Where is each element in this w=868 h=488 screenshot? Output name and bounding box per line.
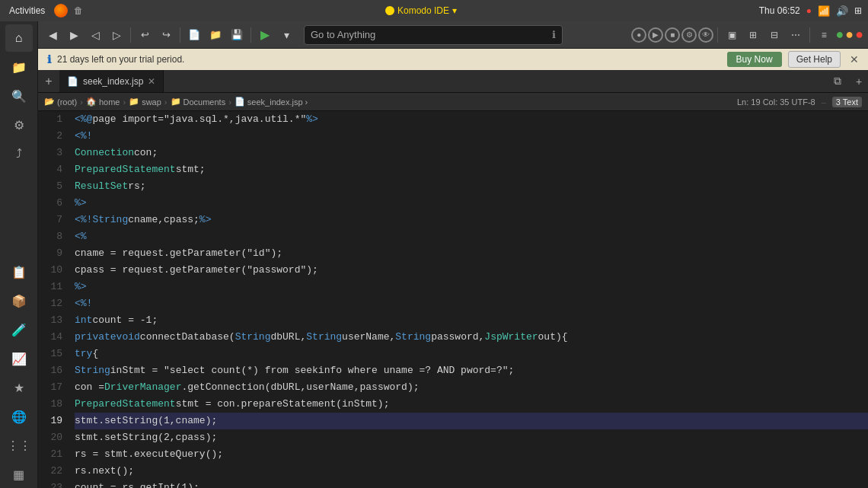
code-line-19[interactable]: stmt.setString(1,cname);	[75, 413, 868, 429]
code-line-10[interactable]: cpass = request.getParameter("password")…	[75, 262, 868, 279]
close-button[interactable]: ●	[855, 27, 863, 43]
code-line-11[interactable]: %>	[75, 279, 868, 295]
code-line-23[interactable]: count = rs.getInt(1);	[75, 480, 868, 488]
breadcrumb-documents[interactable]: 📁 Documents	[171, 97, 226, 107]
nav-forward-button[interactable]: ▶	[64, 26, 84, 44]
line-number-5: 5	[38, 178, 62, 195]
play-circle-button[interactable]: ▶	[648, 27, 663, 43]
code-line-17[interactable]: con = DriverManager.getConnection(dbURL,…	[75, 379, 868, 396]
breadcrumb-file-icon: 📄	[235, 97, 245, 107]
code-line-18[interactable]: PreparedStatement stmt = con.prepareStat…	[75, 396, 868, 413]
activity-grid-icon[interactable]: ⋮⋮	[5, 432, 33, 459]
activities-button[interactable]: Activities	[6, 4, 48, 18]
code-line-9[interactable]: cname = request.getParameter("id");	[75, 245, 868, 262]
system-bar-left: Activities 🗑	[6, 4, 83, 18]
nav-back-button[interactable]: ◀	[43, 26, 62, 44]
run-button[interactable]: ▶	[255, 26, 275, 44]
code-line-20[interactable]: stmt.setString(2,cpass);	[75, 429, 868, 446]
activity-doc-icon[interactable]: 📋	[5, 258, 33, 285]
toolbar-separator-4	[717, 27, 718, 43]
code-line-8[interactable]: <%	[75, 228, 868, 245]
record-button[interactable]: ●	[631, 27, 646, 43]
layout-triple-button[interactable]: ⊟	[764, 26, 784, 44]
code-line-6[interactable]: %>	[75, 195, 868, 212]
wifi-icon: 📶	[818, 5, 830, 17]
get-help-button[interactable]: Get Help	[788, 51, 841, 68]
firefox-icon[interactable]	[54, 4, 68, 18]
activity-share-icon[interactable]: ⤴	[5, 140, 33, 167]
nav-prev-button[interactable]: ◁	[85, 26, 105, 44]
line-number-17: 17	[38, 379, 62, 396]
activity-chart-icon[interactable]: 📈	[5, 345, 33, 372]
ide-main: ◀ ▶ ◁ ▷ ↩ ↪ 📄 📁 💾 ▶ ▾ Go to Anything ℹ ●…	[38, 21, 868, 488]
code-line-5[interactable]: ResultSet rs;	[75, 178, 868, 195]
activity-gear-icon[interactable]: ⚙	[5, 111, 33, 139]
activity-terminal-icon[interactable]: ▦	[5, 461, 33, 488]
gear-circle-button[interactable]: ⚙	[681, 27, 697, 43]
trial-close-icon[interactable]: ✕	[850, 53, 859, 65]
activity-globe-icon[interactable]: 🌐	[5, 403, 33, 430]
code-line-2[interactable]: <%!	[75, 128, 868, 145]
layout-more-button[interactable]: ⋯	[786, 26, 806, 44]
code-line-13[interactable]: int count = -1;	[75, 312, 868, 329]
tab-seek-index[interactable]: 📄 seek_index.jsp ✕	[59, 70, 164, 92]
code-line-7[interactable]: <%! String cname,cpass; %>	[75, 212, 868, 228]
code-line-14[interactable]: private void connectDatabase(String dbUR…	[75, 329, 868, 346]
activity-home-icon[interactable]: ⌂	[5, 24, 33, 52]
minimize-button[interactable]: ●	[835, 27, 844, 43]
breadcrumb-root-icon: 📂	[44, 97, 55, 107]
stop-circle-button[interactable]: ■	[665, 27, 680, 43]
code-line-22[interactable]: rs.next();	[75, 463, 868, 480]
line-numbers: 1234567891011121314151617181920212223242…	[38, 111, 69, 488]
toolbar-separator-1	[130, 27, 131, 43]
breadcrumb-file[interactable]: 📄 seek_index.jsp ›	[235, 97, 308, 107]
eye-circle-button[interactable]: 👁	[698, 27, 713, 43]
code-line-1[interactable]: <%@ page import="java.sql.*,java.util.*"…	[75, 111, 868, 128]
activity-package-icon[interactable]: 📦	[5, 287, 33, 314]
activity-folder-icon[interactable]: 📁	[5, 53, 33, 81]
layout-single-button[interactable]: ▣	[722, 26, 742, 44]
code-line-15[interactable]: try{	[75, 346, 868, 362]
new-tab-button[interactable]: +	[38, 70, 59, 92]
tab-add-right-button[interactable]: +	[850, 72, 868, 91]
line-number-19: 19	[38, 413, 62, 429]
code-line-4[interactable]: PreparedStatement stmt;	[75, 161, 868, 178]
goto-anything-bar[interactable]: Go to Anything ℹ	[304, 25, 563, 45]
nav-next-button[interactable]: ▷	[107, 26, 126, 44]
maximize-button[interactable]: ●	[845, 27, 854, 43]
tab-close-icon[interactable]: ✕	[148, 76, 155, 87]
open-folder-button[interactable]: 📁	[206, 26, 225, 44]
code-line-3[interactable]: Connection con;	[75, 145, 868, 161]
line-number-13: 13	[38, 312, 62, 329]
line-number-16: 16	[38, 362, 62, 379]
code-line-12[interactable]: <%!	[75, 295, 868, 312]
activity-search-icon[interactable]: 🔍	[5, 82, 33, 110]
save-button[interactable]: 💾	[227, 26, 247, 44]
breadcrumb-swap[interactable]: 📁 swap	[129, 97, 161, 107]
undo-button[interactable]: ↩	[135, 26, 155, 44]
redo-button[interactable]: ↪	[156, 26, 176, 44]
buy-now-button[interactable]: Buy Now	[727, 52, 782, 67]
status-badge: 3 Text	[832, 97, 862, 107]
code-area[interactable]: <%@ page import="java.sql.*,java.util.*"…	[69, 111, 868, 488]
code-line-16[interactable]: String inStmt = "select count(*) from se…	[75, 362, 868, 379]
breadcrumb-sep-4: ›	[228, 97, 231, 107]
open-file-button[interactable]: 📄	[184, 26, 204, 44]
dropdown-button[interactable]: ▾	[276, 26, 296, 44]
breadcrumb-root[interactable]: 📂 (root)	[44, 97, 77, 107]
tab-options-button[interactable]: ⧉	[828, 72, 847, 91]
ide-container: ⌂ 📁 🔍 ⚙ ⤴ 📋 📦 🧪 📈 ★ 🌐 ⋮⋮ ▦ ◀ ▶ ◁ ▷ ↩ ↪ 📄…	[0, 21, 868, 488]
layout-dual-button[interactable]: ⊞	[743, 26, 763, 44]
editor-area[interactable]: 1234567891011121314151617181920212223242…	[38, 111, 868, 488]
breadcrumb-home[interactable]: 🏠 home	[86, 97, 120, 107]
activity-star-icon[interactable]: ★	[5, 374, 33, 401]
breadcrumb-sep-3: ›	[164, 97, 168, 107]
activity-flask-icon[interactable]: 🧪	[5, 316, 33, 343]
menu-button[interactable]: ≡	[814, 26, 834, 44]
tab-bar: + 📄 seek_index.jsp ✕ ⧉ +	[38, 70, 868, 93]
line-number-14: 14	[38, 329, 62, 346]
komodo-label[interactable]: Komodo IDE ▾	[385, 5, 457, 16]
line-number-18: 18	[38, 396, 62, 413]
system-bar: Activities 🗑 Komodo IDE ▾ Thu 06:52 ● 📶 …	[0, 0, 868, 21]
code-line-21[interactable]: rs = stmt.executeQuery();	[75, 446, 868, 463]
